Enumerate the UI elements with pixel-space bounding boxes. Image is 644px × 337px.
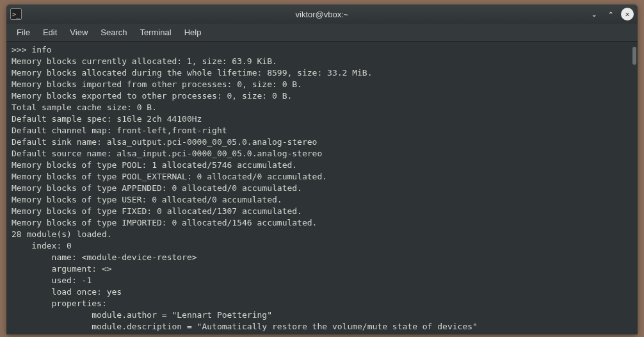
window-title: viktor@vbox:~ (296, 10, 349, 19)
menu-help[interactable]: Help (179, 25, 207, 40)
window-controls: ⌄ ⌃ ✕ (588, 8, 634, 21)
menubar: File Edit View Search Terminal Help (6, 24, 638, 42)
close-button[interactable]: ✕ (621, 8, 634, 21)
menu-terminal[interactable]: Terminal (135, 25, 177, 40)
terminal-window: >_ viktor@vbox:~ ⌄ ⌃ ✕ File Edit View Se… (6, 4, 638, 334)
terminal-icon: >_ (10, 8, 22, 20)
menu-file[interactable]: File (12, 25, 35, 40)
scrollbar-thumb[interactable] (632, 47, 636, 65)
menu-view[interactable]: View (65, 25, 93, 40)
minimize-button[interactable]: ⌄ (588, 8, 600, 21)
titlebar[interactable]: >_ viktor@vbox:~ ⌄ ⌃ ✕ (6, 4, 638, 24)
menu-edit[interactable]: Edit (38, 25, 62, 40)
maximize-button[interactable]: ⌃ (604, 8, 617, 21)
terminal-output[interactable]: >>> info Memory blocks currently allocat… (6, 42, 638, 334)
menu-search[interactable]: Search (95, 25, 132, 40)
